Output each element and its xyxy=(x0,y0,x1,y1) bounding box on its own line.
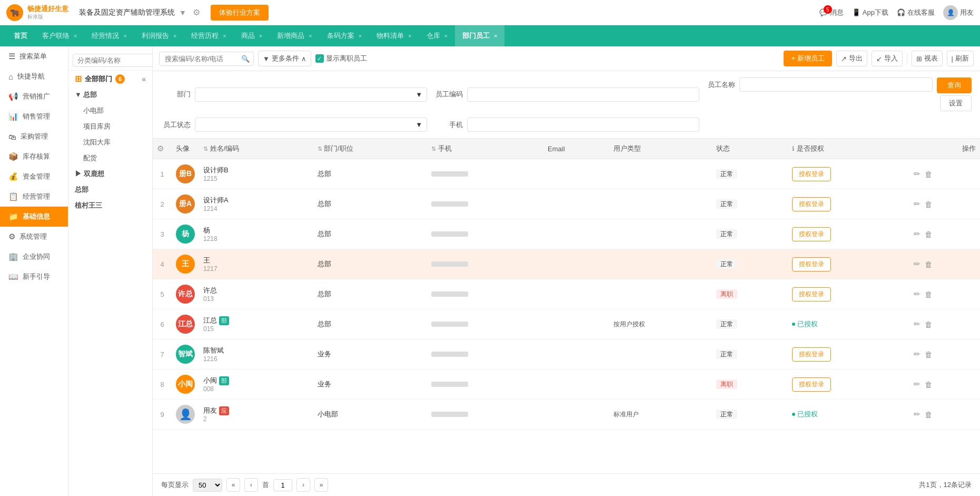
sidebar-item-marketing[interactable]: 📢 营销推广 xyxy=(0,86,68,106)
tab-employees[interactable]: 部门员工 × xyxy=(455,25,504,46)
system-title-dropdown[interactable]: ▼ xyxy=(179,8,186,17)
auth-login-button[interactable]: 授权登录 xyxy=(792,257,831,271)
tab-operations[interactable]: 经营情况 × xyxy=(84,25,134,46)
auth-login-button[interactable]: 授权登录 xyxy=(792,197,831,211)
last-page-btn[interactable]: » xyxy=(314,478,328,492)
delete-icon[interactable]: 🗑 xyxy=(925,260,933,269)
gear-icon[interactable]: ⚙ xyxy=(157,144,164,153)
delete-icon[interactable]: 🗑 xyxy=(925,350,933,359)
tab-home[interactable]: 首页 xyxy=(6,25,35,46)
edit-icon[interactable]: ✏ xyxy=(914,319,920,329)
edit-icon[interactable]: ✏ xyxy=(914,410,920,419)
view-btn[interactable]: ⊞ 视表 xyxy=(912,51,943,66)
tree-collapse-icon[interactable]: « xyxy=(142,75,146,83)
sidebar-item-basic-info[interactable]: 📁 基础信息 xyxy=(0,207,68,227)
close-icon[interactable]: × xyxy=(309,33,312,39)
delete-icon[interactable]: 🗑 xyxy=(925,290,933,299)
sort-icon[interactable]: ⇅ xyxy=(203,145,208,152)
all-dept-header[interactable]: ⊞ 全部部门 6 « xyxy=(68,71,152,87)
page-number-input[interactable] xyxy=(273,479,292,491)
dept-select[interactable]: ▼ xyxy=(195,87,427,102)
edit-icon[interactable]: ✏ xyxy=(914,169,920,179)
search-icon[interactable]: 🔍 xyxy=(241,55,250,63)
auth-login-button[interactable]: 授权登录 xyxy=(792,167,831,181)
tree-node-general[interactable]: ▼ 总部 xyxy=(68,87,152,103)
import-btn[interactable]: ↙ 导入 xyxy=(872,51,903,66)
tree-search-input[interactable] xyxy=(73,54,153,67)
delete-icon[interactable]: 🗑 xyxy=(925,230,933,239)
delete-icon[interactable]: 🗑 xyxy=(925,410,933,419)
edit-icon[interactable]: ✏ xyxy=(914,380,920,389)
delete-icon[interactable]: 🗑 xyxy=(925,170,933,179)
auth-login-button[interactable]: 授权登录 xyxy=(792,347,831,362)
query-button[interactable]: 查询 xyxy=(937,77,972,93)
edit-icon[interactable]: ✏ xyxy=(914,289,920,299)
prev-page-btn[interactable]: ‹ xyxy=(244,478,258,492)
more-btn[interactable]: | 刷新 xyxy=(947,51,974,66)
edit-icon[interactable]: ✏ xyxy=(914,229,920,239)
search-input[interactable] xyxy=(159,52,254,66)
close-icon[interactable]: × xyxy=(74,33,77,39)
message-btn[interactable]: 💬 5 消息 xyxy=(819,8,844,17)
settings-gear-icon[interactable]: ⚙ xyxy=(193,7,200,17)
tree-child-shenyang[interactable]: 沈阳大库 xyxy=(68,134,152,150)
sidebar-item-finance[interactable]: 💰 资金管理 xyxy=(0,167,68,187)
close-icon[interactable]: × xyxy=(123,33,126,39)
tab-goods[interactable]: 商品 × xyxy=(234,25,270,46)
sort-icon[interactable]: ⇅ xyxy=(318,145,322,152)
delete-icon[interactable]: 🗑 xyxy=(925,200,933,209)
delete-icon[interactable]: 🗑 xyxy=(925,380,933,389)
tree-node-shuanglu[interactable]: ▶ 双鹿想 xyxy=(68,166,152,182)
next-page-btn[interactable]: › xyxy=(296,478,310,492)
close-icon[interactable]: × xyxy=(408,33,411,39)
tree-child-small-elec[interactable]: 小电部 xyxy=(68,103,152,119)
sidebar-item-guide[interactable]: 📖 新手引导 xyxy=(0,267,68,287)
app-download-btn[interactable]: 📱 App下载 xyxy=(852,8,888,17)
tab-profit[interactable]: 利润报告 × xyxy=(134,25,184,46)
sidebar-item-inventory[interactable]: 📦 库存核算 xyxy=(0,147,68,167)
tab-bom[interactable]: 物料清单 × xyxy=(369,25,419,46)
tab-customer[interactable]: 客户联络 × xyxy=(35,25,84,46)
tab-add-goods[interactable]: 新增商品 × xyxy=(270,25,319,46)
tab-journey[interactable]: 经营历程 × xyxy=(184,25,233,46)
close-icon[interactable]: × xyxy=(359,33,362,39)
export-btn[interactable]: ↗ 导出 xyxy=(836,51,867,66)
sidebar-item-operations[interactable]: 📋 经营管理 xyxy=(0,187,68,207)
more-filter-btn[interactable]: ▼ 更多条件 ∧ xyxy=(258,51,311,66)
edit-icon[interactable]: ✏ xyxy=(914,259,920,269)
sidebar-item-enterprise[interactable]: 🏢 企业协同 xyxy=(0,247,68,267)
auth-login-button[interactable]: 授权登录 xyxy=(792,377,831,392)
first-page-btn[interactable]: « xyxy=(226,478,240,492)
online-service-btn[interactable]: 🎧 在线客服 xyxy=(897,8,935,17)
sidebar-item-system[interactable]: ⚙ 系统管理 xyxy=(0,227,68,247)
tree-child-distribution[interactable]: 配货 xyxy=(68,150,152,166)
tree-node-zongbu[interactable]: 总部 xyxy=(68,182,152,198)
sidebar-item-purchase[interactable]: 🛍 采购管理 xyxy=(0,127,68,147)
tab-warehouse[interactable]: 仓库 × xyxy=(419,25,455,46)
tree-node-zhicun[interactable]: 植村王三 xyxy=(68,198,152,213)
emp-status-select[interactable]: ▼ xyxy=(195,118,427,132)
edit-icon[interactable]: ✏ xyxy=(914,349,920,359)
close-icon[interactable]: × xyxy=(444,33,448,39)
emp-code-input[interactable] xyxy=(467,87,699,102)
phone-input[interactable] xyxy=(467,118,699,132)
page-size-select[interactable]: 50 100 200 xyxy=(193,479,222,492)
auth-login-button[interactable]: 授权登录 xyxy=(792,287,831,302)
reset-button[interactable]: 设置 xyxy=(940,95,972,111)
close-icon[interactable]: × xyxy=(223,33,226,39)
close-icon[interactable]: × xyxy=(494,33,497,39)
sidebar-item-quicknav[interactable]: ⌂ 快捷导航 xyxy=(0,66,68,86)
tab-barcode[interactable]: 条码方案 × xyxy=(320,25,369,46)
add-employee-button[interactable]: + 新增员工 xyxy=(784,51,831,66)
emp-name-input[interactable] xyxy=(739,77,933,92)
sidebar-item-sales[interactable]: 📊 销售管理 xyxy=(0,106,68,127)
trial-button[interactable]: 体验行业方案 xyxy=(211,5,269,21)
tree-child-project-room[interactable]: 项目库房 xyxy=(68,119,152,134)
sort-icon[interactable]: ⇅ xyxy=(431,145,436,152)
sidebar-item-search[interactable]: ☰ 搜索菜单 xyxy=(0,46,68,66)
edit-icon[interactable]: ✏ xyxy=(914,199,920,209)
user-avatar-btn[interactable]: 👤 用友 xyxy=(943,5,974,20)
close-icon[interactable]: × xyxy=(173,33,176,39)
auth-login-button[interactable]: 授权登录 xyxy=(792,227,831,241)
close-icon[interactable]: × xyxy=(259,33,262,39)
